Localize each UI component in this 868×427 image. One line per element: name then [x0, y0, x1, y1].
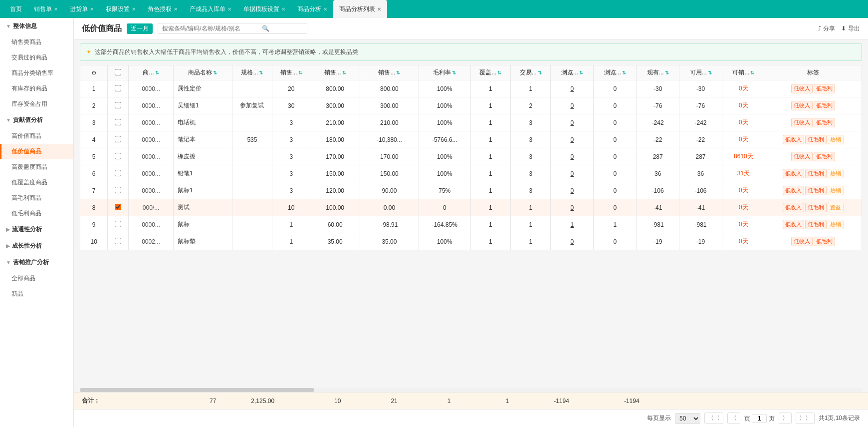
nav-close-product-in[interactable]: ✕: [227, 6, 231, 12]
nav-close-analysis[interactable]: ✕: [323, 6, 327, 12]
sidebar-item-inventory-fund[interactable]: 库存资金占用: [0, 96, 73, 112]
cell-checkbox[interactable]: [108, 182, 129, 199]
browse-link[interactable]: 0: [571, 102, 574, 109]
browse-link[interactable]: 0: [571, 238, 574, 245]
browse-link[interactable]: 0: [571, 170, 574, 177]
sidebar-group-growth[interactable]: ▶ 成长性分析: [0, 238, 73, 254]
cell-browse1[interactable]: 1: [551, 216, 594, 233]
nav-role[interactable]: 角色授权 ✕: [142, 0, 184, 18]
last-page-button[interactable]: 〉〉: [796, 413, 815, 424]
cell-checkbox[interactable]: [108, 148, 129, 165]
row-checkbox[interactable]: [115, 221, 121, 227]
th-sale4[interactable]: 可销...⇅: [722, 65, 765, 80]
nav-home[interactable]: 首页: [4, 0, 28, 18]
sidebar-group-marketing[interactable]: ▼ 营销推广分析: [0, 254, 73, 271]
th-code[interactable]: 商...⇅: [128, 65, 173, 80]
cell-checkbox[interactable]: [108, 233, 129, 250]
horizontal-scrollbar[interactable]: [80, 388, 862, 392]
row-checkbox[interactable]: [115, 85, 121, 91]
th-margin[interactable]: 毛利率⇅: [419, 65, 470, 80]
th-cover[interactable]: 覆盖...⇅: [470, 65, 510, 80]
share-button[interactable]: ⤴ 分享: [818, 24, 835, 33]
time-tag-button[interactable]: 近一月: [127, 23, 153, 34]
nav-template[interactable]: 单据模板设置 ✕: [237, 0, 291, 18]
sidebar-group-overall[interactable]: ▼ 整体信息: [0, 18, 73, 34]
prev-page-button[interactable]: 〈: [727, 413, 740, 424]
sidebar-item-traded-products[interactable]: 交易过的商品: [0, 50, 73, 65]
sidebar-item-category-rate[interactable]: 商品分类销售率: [0, 65, 73, 81]
row-checkbox[interactable]: [115, 153, 121, 159]
cell-browse1[interactable]: 0: [551, 80, 594, 97]
cell-checkbox[interactable]: [108, 216, 129, 233]
th-settings[interactable]: ⚙: [80, 65, 108, 80]
th-name[interactable]: 商品名称⇅: [174, 65, 232, 80]
sidebar-item-high-coverage[interactable]: 高覆盖度商品: [0, 159, 73, 175]
nav-close-permission[interactable]: ✕: [132, 6, 136, 12]
nav-sales[interactable]: 销售单 ✕: [28, 0, 64, 18]
page-size-select[interactable]: 50 100 200: [675, 413, 700, 424]
th-sale2[interactable]: 销售...⇅: [310, 65, 360, 80]
table-wrapper[interactable]: ⚙ 商...⇅ 商品名称⇅ 规格...⇅ 销售...⇅ 销售...⇅ 销售...…: [74, 65, 868, 388]
nav-analysis[interactable]: 商品分析 ✕: [291, 0, 333, 18]
nav-analysis-list[interactable]: 商品分析列表 ✕: [333, 0, 387, 18]
export-button[interactable]: ⬇ 导出: [841, 24, 860, 33]
next-page-button[interactable]: 〉: [779, 413, 792, 424]
nav-product-in[interactable]: 产成品入库单 ✕: [184, 0, 237, 18]
cell-checkbox[interactable]: [108, 97, 129, 114]
th-spec[interactable]: 规格...⇅: [232, 65, 272, 80]
browse-link[interactable]: 0: [571, 136, 574, 143]
select-all-checkbox[interactable]: [115, 69, 121, 75]
nav-close-analysis-list[interactable]: ✕: [377, 6, 381, 12]
page-number-input[interactable]: [752, 414, 767, 423]
sidebar-item-stocked-products[interactable]: 有库存的商品: [0, 81, 73, 96]
cell-checkbox[interactable]: [108, 80, 129, 97]
sidebar-group-flow[interactable]: ▶ 流通性分析: [0, 221, 73, 238]
row-checkbox[interactable]: [115, 136, 121, 142]
sidebar-item-low-coverage[interactable]: 低覆盖度商品: [0, 175, 73, 190]
cell-browse1[interactable]: 0: [551, 114, 594, 131]
row-checkbox[interactable]: [115, 238, 121, 244]
th-checkbox[interactable]: [108, 65, 129, 80]
row-checkbox[interactable]: [115, 119, 121, 125]
sidebar-item-low-margin[interactable]: 低毛利商品: [0, 206, 73, 221]
cell-checkbox[interactable]: [108, 199, 129, 216]
browse-link[interactable]: 0: [571, 187, 574, 194]
cell-browse1[interactable]: 0: [551, 182, 594, 199]
sidebar-group-contribution[interactable]: ▼ 贡献值分析: [0, 112, 73, 128]
nav-close-role[interactable]: ✕: [174, 6, 178, 12]
th-trade[interactable]: 交易...⇅: [511, 65, 551, 80]
row-checkbox[interactable]: [115, 102, 121, 108]
settings-icon[interactable]: ⚙: [91, 69, 97, 76]
sidebar-item-sales-products[interactable]: 销售类商品: [0, 34, 73, 50]
cell-browse1[interactable]: 0: [551, 233, 594, 250]
browse-link[interactable]: 0: [571, 85, 574, 92]
search-icon[interactable]: 🔍: [262, 25, 269, 32]
cell-browse1[interactable]: 0: [551, 148, 594, 165]
row-checkbox[interactable]: [115, 204, 121, 210]
cell-checkbox[interactable]: [108, 131, 129, 148]
nav-permission[interactable]: 权限设置 ✕: [100, 0, 142, 18]
cell-browse1[interactable]: 0: [551, 165, 594, 182]
row-checkbox[interactable]: [115, 170, 121, 176]
nav-close-sales[interactable]: ✕: [54, 6, 58, 12]
sidebar-item-all-products[interactable]: 全部商品: [0, 271, 73, 286]
first-page-button[interactable]: 〈〈: [704, 413, 723, 424]
th-browse1[interactable]: 浏览...⇅: [551, 65, 594, 80]
cell-browse1[interactable]: 0: [551, 199, 594, 216]
th-stock2[interactable]: 可用...⇅: [679, 65, 722, 80]
search-input[interactable]: [162, 25, 262, 32]
sidebar-item-high-value[interactable]: 高价值商品: [0, 128, 73, 144]
th-sale1[interactable]: 销售...⇅: [272, 65, 310, 80]
nav-purchase[interactable]: 进货单 ✕: [64, 0, 100, 18]
th-stock1[interactable]: 现有...⇅: [637, 65, 679, 80]
row-checkbox[interactable]: [115, 187, 121, 193]
sidebar-item-high-margin[interactable]: 高毛利商品: [0, 190, 73, 206]
browse-link[interactable]: 0: [571, 153, 574, 160]
browse-link[interactable]: 0: [571, 204, 574, 211]
browse-link[interactable]: 1: [571, 221, 574, 228]
th-browse2[interactable]: 浏览...⇅: [594, 65, 637, 80]
browse-link[interactable]: 0: [571, 119, 574, 126]
nav-close-purchase[interactable]: ✕: [90, 6, 94, 12]
cell-checkbox[interactable]: [108, 165, 129, 182]
sidebar-item-low-value[interactable]: 低价值商品: [0, 144, 73, 159]
